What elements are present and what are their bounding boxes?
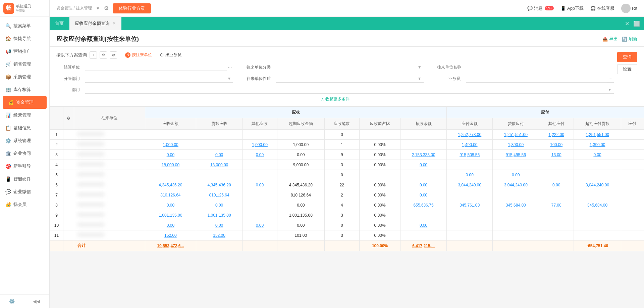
sidebar-item-purchase[interactable]: 📦 采购管理 <box>0 71 49 83</box>
row-prepaid-balance[interactable]: 0.00 <box>400 160 447 170</box>
online-service-button[interactable]: 🎧 在线客服 <box>590 5 614 11</box>
row-overdue-payable[interactable]: 3,044,240.00 <box>574 180 621 190</box>
sidebar-item-system[interactable]: ⚙️ 系统管理 <box>0 134 49 147</box>
sidebar-item-member[interactable]: 👑 畅会员 <box>0 198 49 211</box>
query-button[interactable]: 查询 <box>617 52 637 62</box>
messages-button[interactable]: 💬 消息 99+ <box>527 5 554 11</box>
sidebar-item-search[interactable]: 🔍 搜索菜单 <box>0 19 49 32</box>
row-other-receivable[interactable]: 0.00 <box>242 180 277 190</box>
row-prepaid-balance[interactable]: 0.00 <box>400 220 447 230</box>
total-prepaid-balance[interactable]: 6,417,215.... <box>400 240 447 251</box>
unit-name-input[interactable] <box>467 63 614 71</box>
row-other-payable[interactable]: 1,222.00 <box>539 130 574 140</box>
filter-add-btn[interactable]: + <box>90 51 97 59</box>
row-other-payable[interactable]: 0.00 <box>539 180 574 190</box>
user-menu[interactable]: Rit <box>621 4 637 13</box>
row-loan-payable[interactable]: 0.00 <box>493 170 539 180</box>
sidebar-item-enterprise[interactable]: 🏛️ 企业协同 <box>0 147 49 160</box>
maximize-icon[interactable]: ⬜ <box>633 20 640 27</box>
salesperson-dots-icon[interactable]: ··· <box>607 76 614 81</box>
table-header-settings[interactable]: ⚙ <box>63 107 74 130</box>
row-payable-amount[interactable]: 915,508.56 <box>446 150 493 160</box>
sidebar-item-wechat[interactable]: 💬 企业微信 <box>0 185 49 198</box>
salesperson-input[interactable] <box>466 75 607 82</box>
row-receivable-amount[interactable]: 152.00 <box>145 230 196 240</box>
sidebar-item-nav[interactable]: 🏠 快捷导航 <box>0 32 49 45</box>
row-other-receivable[interactable]: 1,000.00 <box>242 140 277 150</box>
sidebar-item-operations[interactable]: 📊 经营管理 <box>0 109 49 122</box>
total-receivable-amount[interactable]: 19,553,472,6... <box>145 240 196 251</box>
dropdown-icon[interactable]: ▼ <box>96 6 100 11</box>
sidebar-item-guide[interactable]: 🎯 新手引导 <box>0 160 49 173</box>
row-receivable-amount[interactable]: 18,000.00 <box>145 160 196 170</box>
department-select[interactable]: ▼ <box>85 86 614 94</box>
filter-collapse-btn[interactable]: ≪ <box>110 51 117 59</box>
sidebar-item-sales[interactable]: 🛒 销售管理 <box>0 58 49 71</box>
sidebar-item-inventory[interactable]: 🏢 库存核算 <box>0 83 49 96</box>
row-prepaid-balance[interactable]: 2,153,333.00 <box>400 150 447 160</box>
app-download-button[interactable]: 📱 App下载 <box>560 5 584 11</box>
row-payable-amount[interactable]: 3,044,240.00 <box>446 180 493 190</box>
row-loan-receivable[interactable]: 152.00 <box>196 230 243 240</box>
row-receivable-amount[interactable]: 0.00 <box>145 200 196 210</box>
row-other-payable[interactable]: 77.00 <box>539 200 574 210</box>
row-other-payable[interactable]: 100.00 <box>539 140 574 150</box>
row-loan-payable[interactable]: 3,044,240.00 <box>493 180 539 190</box>
row-loan-receivable[interactable]: 0.00 <box>196 150 243 160</box>
settlement-unit-input[interactable] <box>85 63 227 71</box>
row-receivable-amount[interactable]: 810,126.64 <box>145 190 196 200</box>
sidebar-collapse-btn[interactable]: ◀◀ <box>33 299 40 304</box>
sidebar-item-marketing[interactable]: 📢 营销推广 <box>0 45 49 58</box>
gear-icon[interactable]: ⚙ <box>104 5 109 11</box>
settlement-dots-icon[interactable]: ··· <box>227 64 233 70</box>
row-receivable-amount[interactable]: 4,345,436.20 <box>145 180 196 190</box>
filter-settings-btn[interactable]: ⚙ <box>100 51 107 59</box>
sidebar-item-capital[interactable]: 💰 资金管理 <box>3 96 47 109</box>
scheme-by-staff[interactable]: ⏱ 按业务员 <box>157 51 184 59</box>
row-payable-amount[interactable]: 1,490.00 <box>446 140 493 150</box>
row-receivable-amount[interactable]: 1,001,135.00 <box>145 210 196 220</box>
collapse-more-conditions[interactable]: ∧ 收起更多条件 <box>56 96 614 102</box>
row-overdue-payable[interactable]: 0.00 <box>574 150 621 160</box>
sidebar-item-hardware[interactable]: 📱 智能硬件 <box>0 173 49 185</box>
tab-close-icon[interactable]: ✕ <box>112 21 116 26</box>
tab-home[interactable]: 首页 <box>50 17 69 30</box>
row-overdue-payable[interactable]: 1,390.00 <box>574 140 621 150</box>
row-loan-receivable[interactable]: 4,345,436.20 <box>196 180 243 190</box>
sidebar-item-basic[interactable]: 📋 基础信息 <box>0 122 49 134</box>
row-receivable-amount[interactable]: 0.00 <box>145 220 196 230</box>
row-loan-payable[interactable]: 1,251,551.00 <box>493 130 539 140</box>
dept-manager-select[interactable]: ▼ <box>85 75 233 83</box>
row-overdue-payable[interactable]: 345,684.00 <box>574 200 621 210</box>
row-payable-amount[interactable]: 345,761.00 <box>446 200 493 210</box>
tab-balance[interactable]: 应收应付余额查询 ✕ <box>69 17 121 30</box>
industry-solution-button[interactable]: 体验行业方案 <box>113 3 151 13</box>
row-prepaid-balance[interactable]: 0.00 <box>400 180 447 190</box>
row-other-receivable[interactable]: 0.00 <box>242 150 277 160</box>
row-other-receivable[interactable]: 0.00 <box>242 220 277 230</box>
row-receivable-amount[interactable]: 1,000.00 <box>145 140 196 150</box>
row-other-payable[interactable]: 13.00 <box>539 150 574 160</box>
row-loan-payable[interactable]: 345,684.00 <box>493 200 539 210</box>
row-payable-amount[interactable]: 0.00 <box>446 170 493 180</box>
export-button[interactable]: 📤 导出 <box>602 36 618 42</box>
row-loan-receivable[interactable]: 810,126.64 <box>196 190 243 200</box>
scheme-by-unit[interactable]: 按 按往来单位 <box>122 51 155 59</box>
row-loan-receivable[interactable]: 0.00 <box>196 220 243 230</box>
row-prepaid-balance[interactable]: 0.00 <box>400 190 447 200</box>
close-window-icon[interactable]: ✕ <box>625 20 629 27</box>
settings-button[interactable]: 设置 <box>617 64 637 74</box>
unit-nature-select[interactable]: ▼ <box>276 75 423 83</box>
sidebar-settings-btn[interactable]: ⚙️ <box>9 299 15 304</box>
unit-category-select[interactable]: ▼ <box>276 63 423 71</box>
row-loan-receivable[interactable]: 0.00 <box>196 200 243 210</box>
row-loan-payable[interactable]: 1,390.00 <box>493 140 539 150</box>
row-prepaid-balance[interactable]: 655,636.75 <box>400 200 447 210</box>
refresh-button[interactable]: 🔄 刷新 <box>622 36 637 42</box>
row-loan-receivable[interactable]: 1,001,135.00 <box>196 210 243 220</box>
row-loan-payable[interactable]: 915,495.56 <box>493 150 539 160</box>
row-overdue-payable[interactable]: 1,251,551.00 <box>574 130 621 140</box>
row-loan-receivable[interactable]: 18,000.00 <box>196 160 243 170</box>
row-payable-amount[interactable]: 1,252,773.00 <box>446 130 493 140</box>
row-receivable-amount[interactable]: 0.00 <box>145 150 196 160</box>
